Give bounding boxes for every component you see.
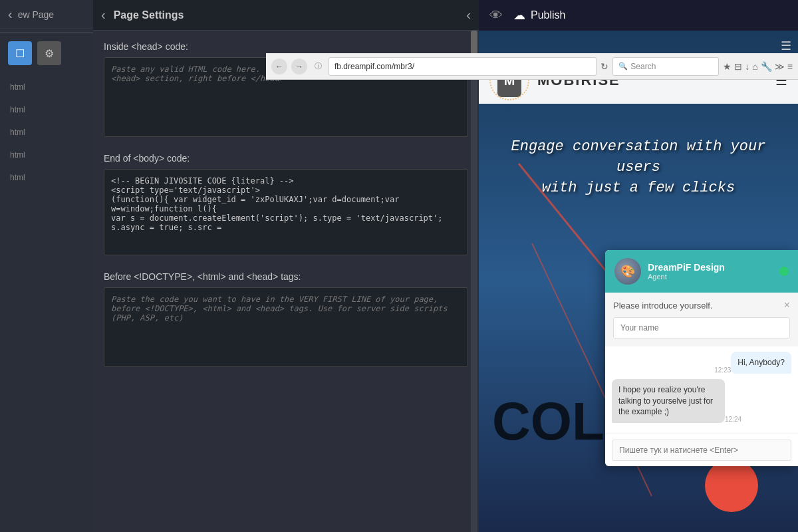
tab-settings[interactable]: ⚙ [37,41,61,65]
chat-name-input[interactable] [613,317,790,338]
chat-intro-text: Please introduce yourself. [613,301,713,311]
back-arrow-icon: ‹ [8,7,13,22]
browser-url-text: fb.dreampif.com/mbr3/ [334,62,414,71]
sidebar-new-page-label: ew Page [18,9,54,20]
list-item[interactable]: html [0,76,93,98]
chat-message-time: 12:23 [714,366,731,374]
browser-bookmark-icon[interactable]: ⊟ [734,61,742,72]
body-code-label: End of <body> code: [104,153,468,164]
web-preview-hamburger-icon[interactable]: ☰ [781,39,791,53]
engage-text-line2: with just a few clicks [492,178,785,199]
page-settings-panel: Inside <head> code: End of <body> code: … [93,31,479,532]
chat-message-outgoing: 12:23 Hi, Anybody? [612,352,791,374]
topbar-close-button[interactable]: ‹ [466,7,471,23]
sidebar: ‹ ew Page ☐ ⚙ html html html html html [0,0,93,532]
publish-button[interactable]: ☁ Publish [513,8,565,23]
page-tab-icon: ☐ [15,47,25,60]
web-preview: ☰ M MOBIRISE ☰ Engage conversation with … [479,31,798,532]
doctype-code-label: Before <!DOCTYPE>, <html> and <head> tag… [104,271,468,282]
doctype-code-textarea[interactable] [104,287,468,367]
browser-toolbar-icons: ★ ⊟ ↓ ⌂ 🔧 ≫ ≡ [723,61,793,72]
list-item[interactable]: html [0,121,93,144]
browser-forward-button[interactable]: → [291,59,307,74]
body-code-textarea[interactable]: <!-- BEGIN JIVOSITE CODE {literal} --> <… [104,169,468,255]
sidebar-items-list: html html html html html [0,70,93,532]
chat-avatar-image: 🎨 [614,258,641,285]
browser-search-box[interactable]: 🔍 Search [612,57,719,76]
engage-text-line1: Engage conversation with your users [492,137,785,178]
sidebar-back-button[interactable]: ‹ ew Page [0,0,93,29]
doctype-section: Before <!DOCTYPE>, <html> and <head> tag… [104,271,468,370]
publish-bar: 👁 ☁ Publish [479,0,798,31]
list-item[interactable]: html [0,166,93,189]
browser-bar: ← → ⓘ fb.dreampif.com/mbr3/ ↻ 🔍 Search ★… [266,53,798,80]
publish-label: Publish [531,9,565,21]
chat-type-input[interactable] [612,440,791,461]
chat-bubble-incoming: I hope you realize you're talking to you… [612,379,725,423]
browser-home-icon[interactable]: ⌂ [752,61,757,72]
chat-close-intro-button[interactable]: × [784,299,790,311]
sidebar-tabs: ☐ ⚙ [0,36,93,70]
browser-download-icon[interactable]: ↓ [745,61,749,72]
head-code-label: Inside <head> code: [104,41,468,52]
chat-widget: 🎨 DreamPiF Design Agent Please introduce… [605,250,798,466]
browser-more-icon[interactable]: ≫ [775,61,785,72]
chat-online-indicator [779,267,789,276]
tab-page[interactable]: ☐ [8,41,32,65]
page-title: Page Settings [114,9,184,21]
chat-agent-status: Agent [648,273,773,281]
body-section: End of <body> code: <!-- BEGIN JIVOSITE … [104,153,468,258]
list-item[interactable]: html [0,98,93,121]
topbar-back-button[interactable]: ‹ [101,7,106,23]
browser-reload-button[interactable]: ↻ [600,61,608,72]
browser-star-icon[interactable]: ★ [723,61,732,72]
engage-overlay: Engage conversation with your users with… [479,124,798,211]
red-circle-decoration [705,459,758,512]
chat-footer [605,434,798,466]
chat-agent-name: DreamPiF Design [648,262,773,273]
chat-message-time-2: 12:24 [725,416,741,423]
browser-info-button[interactable]: ⓘ [311,60,325,73]
browser-back-button[interactable]: ← [271,59,287,74]
chat-messages: 12:23 Hi, Anybody? I hope you realize yo… [605,346,798,434]
chat-avatar: 🎨 [614,258,641,285]
chat-header-info: DreamPiF Design Agent [648,262,773,281]
list-item[interactable]: html [0,144,93,166]
search-icon: 🔍 [618,62,628,70]
browser-url-bar[interactable]: fb.dreampif.com/mbr3/ [329,57,597,76]
preview-eye-icon[interactable]: 👁 [489,8,503,23]
page-settings-scrollbar[interactable] [471,31,477,532]
cloud-upload-icon: ☁ [513,8,525,23]
chat-message-incoming: I hope you realize you're talking to you… [612,379,791,423]
browser-menu-icon[interactable]: ≡ [787,61,793,72]
chat-bubble-outgoing: Hi, Anybody? [731,352,791,374]
settings-tab-icon: ⚙ [45,47,54,60]
browser-addon-icon[interactable]: 🔧 [761,61,772,72]
browser-search-placeholder: Search [630,62,656,71]
chat-intro-body: Please introduce yourself. × [605,293,798,346]
sidebar-divider [0,32,93,33]
topbar: ‹ Page Settings ‹ [93,0,479,31]
chat-header: 🎨 DreamPiF Design Agent [605,250,798,293]
